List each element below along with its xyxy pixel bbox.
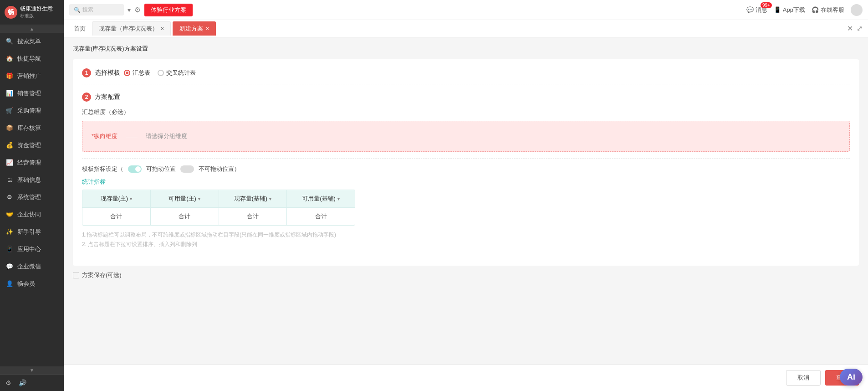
- message-button[interactable]: 💬 消息 99+: [746, 6, 767, 14]
- sidebar-item-label: 采购管理: [17, 107, 41, 115]
- stats-cell-1-4: 合计: [287, 208, 355, 225]
- dimension-required-marker: *纵向维度: [92, 132, 117, 140]
- user-icon: 👤: [5, 280, 14, 288]
- dimension-selector[interactable]: *纵向维度 —— 请选择分组维度: [82, 121, 850, 152]
- user-avatar[interactable]: [851, 4, 863, 16]
- radio-cross[interactable]: 交叉统计表: [158, 69, 196, 77]
- tab-inventory[interactable]: 现存量（库存状况表） ×: [92, 21, 171, 36]
- dropdown-icon[interactable]: ▾: [128, 6, 131, 14]
- sidebar-item-label: 应用中心: [17, 245, 41, 253]
- app-name: 畅康通好生意: [20, 5, 53, 13]
- service-button[interactable]: 🎧 在线客服: [812, 6, 844, 14]
- stats-cell-1-3: 合计: [219, 208, 287, 225]
- sidebar-item-marketing[interactable]: 🎁 营销推广: [0, 67, 64, 85]
- chevron-down-icon-col4: ▾: [337, 196, 340, 201]
- stats-cell-1-2: 合计: [151, 208, 219, 225]
- sidebar-item-nav[interactable]: 🏠 快捷导航: [0, 50, 64, 67]
- headset-icon: 🎧: [812, 6, 819, 13]
- handshake-icon: 🤝: [5, 211, 14, 219]
- sidebar-item-collab[interactable]: 🤝 企业协同: [0, 206, 64, 223]
- stats-col1-header[interactable]: 现存量(主) ▾: [82, 190, 151, 207]
- sidebar-item-sales[interactable]: 📊 销售管理: [0, 85, 64, 102]
- cancel-button[interactable]: 取消: [786, 370, 821, 386]
- sidebar-item-wechat[interactable]: 💬 企业微信: [0, 258, 64, 275]
- stats-col3-header[interactable]: 现存量(基辅) ▾: [219, 190, 287, 207]
- chevron-down-icon-col1: ▾: [130, 196, 132, 201]
- sidebar-item-inventory[interactable]: 📦 库存核算: [0, 119, 64, 137]
- save-checkbox[interactable]: [73, 272, 79, 278]
- sidebar-item-apps[interactable]: 📱 应用中心: [0, 241, 64, 258]
- sidebar-scroll-down[interactable]: ▼: [0, 366, 64, 374]
- app-name-block: 畅康通好生意 标准版: [20, 5, 53, 19]
- sidebar-item-newbie[interactable]: ✨ 新手引导: [0, 223, 64, 241]
- sidebar-item-basic-info[interactable]: 🗂 基础信息: [0, 171, 64, 189]
- sidebar-item-finance[interactable]: 💰 资金管理: [0, 137, 64, 154]
- stats-col2-label: 可用量(主): [168, 195, 196, 203]
- sidebar-item-label: 快捷导航: [17, 55, 41, 63]
- sidebar-item-purchase[interactable]: 🛒 采购管理: [0, 102, 64, 119]
- step1-label: 选择模板: [95, 69, 120, 77]
- sidebar-bottom: ⚙ 🔊: [0, 374, 64, 391]
- sidebar-item-members[interactable]: 👤 畅会员: [0, 275, 64, 293]
- tab-new-plan-label: 新建方案: [179, 25, 203, 33]
- indicator-drag-label: 可拖动位置: [146, 165, 176, 173]
- trend-icon: 📈: [5, 159, 14, 167]
- expand-icon[interactable]: ⤢: [857, 24, 863, 33]
- home-icon: 🏠: [5, 55, 14, 63]
- step1-badge: 1: [82, 68, 91, 77]
- settings-icon[interactable]: ⚙: [5, 379, 11, 386]
- box-icon: 📦: [5, 124, 14, 132]
- search-icon-small: 🔍: [74, 7, 81, 13]
- sidebar-item-label: 系统管理: [17, 193, 41, 201]
- indicator-drag-toggle[interactable]: [128, 165, 142, 173]
- sidebar-item-operations[interactable]: 📈 经营管理: [0, 154, 64, 171]
- stats-table: 现存量(主) ▾ 可用量(主) ▾ 现存量(基辅) ▾: [82, 190, 355, 226]
- close-panel-icon[interactable]: ✕: [847, 24, 853, 33]
- message-badge: 99+: [761, 2, 772, 8]
- dimension-label-text: 汇总维度（必选）: [82, 108, 129, 115]
- money-icon: 💰: [5, 141, 14, 149]
- tab-actions: ✕ ⤢: [847, 24, 863, 33]
- step2-label: 方案配置: [95, 93, 120, 101]
- indicator-label-text: 模板指标设定（: [82, 165, 123, 173]
- volume-icon[interactable]: 🔊: [19, 379, 26, 386]
- radio-summary-dot: [124, 70, 130, 76]
- sidebar-item-system[interactable]: ⚙ 系统管理: [0, 189, 64, 206]
- sidebar-item-label: 经营管理: [17, 159, 41, 167]
- sidebar-item-label: 新手引导: [17, 228, 41, 236]
- tab-new-plan-close[interactable]: ×: [206, 26, 209, 32]
- tips-section: 1.拖动标题栏可以调整布局，不可跨维度或指标区域拖动栏目字段(只能在同一维度或指…: [82, 231, 850, 248]
- tab-home[interactable]: 首页: [69, 22, 90, 36]
- chevron-down-icon-col3: ▾: [269, 196, 271, 201]
- stats-col1-label: 现存量(主): [101, 195, 128, 203]
- trial-button[interactable]: 体验行业方案: [144, 4, 193, 16]
- ai-badge[interactable]: Ai: [840, 369, 863, 386]
- app-download-label: App下载: [783, 6, 805, 14]
- bottom-padding: [73, 279, 859, 307]
- sidebar-nav: 🔍 搜索菜单 🏠 快捷导航 🎁 营销推广 📊 销售管理 🛒 采购管理 📦 库存核…: [0, 33, 64, 366]
- stats-data-row: 合计 合计 合计 合计: [82, 207, 355, 225]
- stats-section: 统计指标 现存量(主) ▾ 可用量(主) ▾: [82, 178, 850, 226]
- chevron-down-icon-col2: ▾: [198, 196, 200, 201]
- topbar-search[interactable]: 🔍 搜索: [69, 4, 124, 15]
- phone-icon: 📱: [5, 245, 14, 253]
- stats-col2-header[interactable]: 可用量(主) ▾: [151, 190, 219, 207]
- sidebar-item-label: 资金管理: [17, 141, 41, 149]
- sidebar-item-label: 库存核算: [17, 124, 41, 132]
- topbar-gear-icon[interactable]: ⚙: [134, 5, 141, 14]
- radio-summary-label: 汇总表: [133, 69, 150, 77]
- search-text: 搜索: [82, 6, 93, 14]
- app-download-button[interactable]: 📱 App下载: [774, 6, 805, 14]
- tab-new-plan[interactable]: 新建方案 ×: [173, 21, 216, 36]
- sidebar-scroll-up[interactable]: ▲: [0, 25, 64, 33]
- stats-col4-label: 可用量(基辅): [302, 195, 336, 203]
- sidebar-item-label: 搜索菜单: [17, 37, 41, 46]
- tab-inventory-close[interactable]: ×: [161, 26, 164, 32]
- radio-cross-dot: [158, 70, 164, 76]
- sidebar-item-search[interactable]: 🔍 搜索菜单: [0, 33, 64, 50]
- dimension-section-label: 汇总维度（必选）: [82, 108, 850, 116]
- indicator-no-drag-label: 不可拖动位置）: [199, 165, 240, 173]
- stats-col4-header[interactable]: 可用量(基辅) ▾: [287, 190, 355, 207]
- sidebar-item-label: 营销推广: [17, 72, 41, 80]
- radio-summary[interactable]: 汇总表: [124, 69, 150, 77]
